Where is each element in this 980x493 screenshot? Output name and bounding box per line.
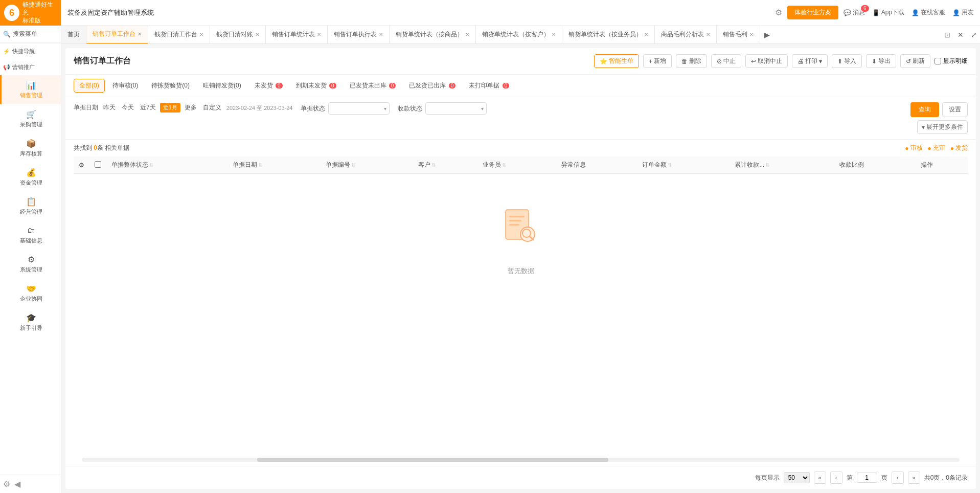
tab-close-sales-customer[interactable]: ✕ [552, 32, 556, 37]
batch-review-btn[interactable]: ● 审核 [905, 144, 922, 152]
sidebar-item-quick[interactable]: ⚡ 快捷导航 [0, 43, 61, 59]
sidebar-item-system[interactable]: ⚙ 系统管理 [0, 250, 61, 279]
subtab-not-printed[interactable]: 未打印单据 0 [463, 79, 515, 93]
subtab-shipped-out[interactable]: 已发货已出库 0 [403, 79, 461, 93]
expand-filter-btn[interactable]: ▾ 展开更多条件 [917, 120, 968, 134]
online-service-btn[interactable]: 👤 在线客服 [911, 8, 945, 17]
sidebar-item-finance[interactable]: 💰 资金管理 [0, 163, 61, 192]
date-filter-group: 单据日期 昨天 今天 近7天 近1月 更多 自定义 2023-02-24 至 2… [74, 102, 292, 113]
horizontal-scrollbar[interactable] [82, 458, 960, 462]
delete-icon: 🗑 [681, 58, 688, 65]
sidebar-item-sales[interactable]: 📊 销售管理 [0, 75, 61, 104]
settings-icon[interactable]: ⚙ [775, 8, 782, 17]
subtab-shipped-not-out[interactable]: 已发货未出库 0 [344, 79, 402, 93]
sidebar-item-coop[interactable]: 🤝 企业协同 [0, 279, 61, 308]
tab-close-sales-stat[interactable]: ✕ [317, 32, 321, 37]
tab-close-sales-product[interactable]: ✕ [465, 32, 469, 37]
tab-product-margin[interactable]: 商品毛利分析表 ✕ [655, 26, 717, 44]
th-amount: 订单金额 ⇅ [637, 156, 730, 174]
subtab-not-shipped[interactable]: 未发货 0 [249, 79, 288, 93]
sidebar-item-purchase[interactable]: 🛒 采购管理 [0, 104, 61, 133]
subtab-all[interactable]: 全部(0) [74, 79, 105, 93]
tab-sales-profit[interactable]: 销售毛利 ✕ [717, 26, 760, 44]
batch-cancel-review-btn[interactable]: ● 充审 [928, 144, 945, 152]
column-settings-icon[interactable]: ⚙ [79, 162, 84, 169]
show-detail-checkbox[interactable] [935, 58, 941, 64]
th-customer-sort[interactable]: 客户 ⇅ [418, 161, 472, 169]
tab-sales-exec[interactable]: 销售订单执行表 ✕ [328, 26, 390, 44]
tab-close-sales-staff[interactable]: ✕ [644, 32, 648, 37]
last-page-btn[interactable]: » [908, 472, 920, 484]
refresh-btn[interactable]: ↺ 刷新 [900, 54, 930, 68]
tab-home[interactable]: 首页 [61, 26, 86, 44]
subtab-expired-not-shipped[interactable]: 到期未发货 0 [290, 79, 342, 93]
app-download-btn[interactable]: 📱 App下载 [872, 8, 904, 17]
next-page-btn[interactable]: › [892, 472, 904, 484]
tab-close-cash-reconcile[interactable]: ✕ [255, 32, 259, 37]
date-7days[interactable]: 近7天 [138, 102, 158, 113]
tab-sales-customer[interactable]: 销货单统计表（按客户） ✕ [476, 26, 562, 44]
date-today[interactable]: 今天 [120, 102, 136, 113]
receipt-select[interactable] [425, 102, 487, 115]
message-btn[interactable]: 💬 消息 6 [844, 8, 865, 17]
tab-close-product-margin[interactable]: ✕ [706, 32, 710, 37]
settings-bottom-icon[interactable]: ⚙ [3, 479, 10, 489]
smart-btn[interactable]: ⭐ 智能生单 [594, 54, 639, 68]
prev-page-btn[interactable]: ‹ [830, 472, 842, 484]
date-custom[interactable]: 自定义 [201, 102, 223, 113]
tab-sales-stat[interactable]: 销售订单统计表 ✕ [266, 26, 328, 44]
status-select[interactable] [328, 102, 390, 115]
user-menu-btn[interactable]: 👤 用友 [952, 8, 974, 17]
show-detail-label[interactable]: 显示明细 [935, 57, 968, 65]
sidebar-item-guide[interactable]: 🎓 新手引导 [0, 308, 61, 337]
subtab-pending-review[interactable]: 待审核(0) [107, 79, 144, 93]
sidebar-item-inventory[interactable]: 📦 库存核算 [0, 133, 61, 163]
tab-close-sales-profit[interactable]: ✕ [749, 32, 754, 37]
select-all-checkbox[interactable] [95, 161, 101, 168]
tab-cash-reconcile[interactable]: 钱货日清对账 ✕ [210, 26, 266, 44]
subtab-wangpu-deliver[interactable]: 旺铺待发货(0) [197, 79, 247, 93]
collapse-icon[interactable]: ◀ [14, 479, 20, 489]
date-more[interactable]: 更多 [183, 102, 199, 113]
stop-icon: ⊘ [717, 58, 722, 65]
th-number-sort[interactable]: 单据编号 ⇅ [326, 161, 408, 169]
first-page-btn[interactable]: « [814, 472, 826, 484]
current-page-input[interactable] [857, 473, 877, 483]
sidebar-item-basic[interactable]: 🗂 基础信息 [0, 221, 61, 250]
export-btn[interactable]: ⬇ 导出 [866, 54, 896, 68]
industry-btn[interactable]: 体验行业方案 [787, 6, 838, 19]
tab-close-sales-order[interactable]: ✕ [138, 31, 142, 37]
th-amount-sort[interactable]: 订单金额 ⇅ [642, 161, 725, 169]
batch-ship-btn[interactable]: ● 发货 [950, 144, 968, 152]
tab-cash-daily[interactable]: 钱货日清工作台 ✕ [148, 26, 210, 44]
tab-action-close-others[interactable]: ✕ [954, 31, 967, 39]
tab-sales-staff[interactable]: 销货单统计表（按业务员） ✕ [562, 26, 655, 44]
print-btn[interactable]: 🖨 打印 ▾ [792, 54, 828, 68]
sidebar-item-operation[interactable]: 📋 经营管理 [0, 192, 61, 221]
sidebar-item-marketing[interactable]: 📢 营销推广 [0, 59, 61, 75]
scroll-thumb[interactable] [257, 458, 608, 462]
new-btn[interactable]: + 新增 [643, 54, 672, 68]
tab-close-sales-exec[interactable]: ✕ [379, 32, 383, 37]
page-size-select[interactable]: 10 20 50 100 [784, 472, 810, 483]
search-menu[interactable]: 🔍 搜索菜单 [0, 26, 61, 43]
subtab-pending-inspect[interactable]: 待拣货验货(0) [146, 79, 195, 93]
date-1month[interactable]: 近1月 [160, 103, 180, 113]
tab-close-cash-daily[interactable]: ✕ [199, 32, 203, 37]
stop-btn[interactable]: ⊘ 中止 [711, 54, 741, 68]
tabs-more-btn[interactable]: ▶ [760, 31, 774, 39]
th-received-sort[interactable]: 累计收款... ⇅ [735, 161, 829, 169]
filter-settings-btn[interactable]: 设置 [942, 102, 968, 117]
th-date-sort[interactable]: 单据日期 ⇅ [233, 161, 315, 169]
import-btn[interactable]: ⬆ 导入 [832, 54, 862, 68]
tab-action-restore[interactable]: ⊡ [941, 31, 953, 39]
query-btn[interactable]: 查询 [910, 102, 939, 117]
th-status-sort[interactable]: 单据整体状态 ⇅ [111, 161, 222, 169]
th-staff-sort[interactable]: 业务员 ⇅ [483, 161, 551, 169]
tab-action-maximize[interactable]: ⤢ [968, 31, 980, 39]
date-yesterday[interactable]: 昨天 [101, 102, 118, 113]
tab-sales-order[interactable]: 销售订单工作台 ✕ [86, 26, 148, 44]
tab-sales-product[interactable]: 销货单统计表（按商品） ✕ [390, 26, 476, 44]
cancel-stop-btn[interactable]: ↩ 取消中止 [745, 54, 788, 68]
delete-btn[interactable]: 🗑 删除 [676, 54, 707, 68]
